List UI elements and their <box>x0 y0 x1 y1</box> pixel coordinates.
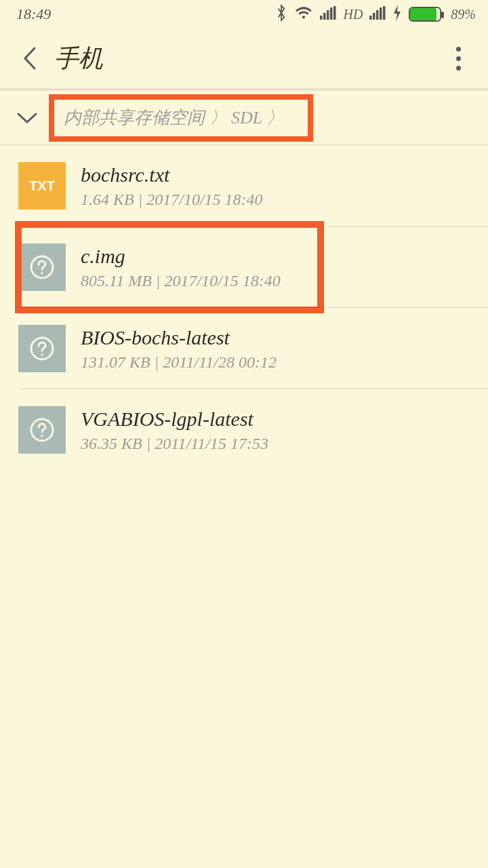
file-name: BIOS-bochs-latest <box>81 326 277 349</box>
file-subtext: 36.35 KB | 2011/11/15 17:53 <box>81 435 268 453</box>
file-list: TXTbochsrc.txt1.64 KB | 2017/10/15 18:40… <box>0 145 488 471</box>
page-title: 手机 <box>54 42 443 75</box>
breadcrumb-row: 内部共享存储空间 〉 SDL 〉 <box>0 91 488 145</box>
status-icons: HD 89% <box>275 4 476 24</box>
unknown-file-icon <box>18 325 66 372</box>
svg-point-13 <box>41 353 43 355</box>
file-name: c.img <box>81 245 281 268</box>
wifi-icon <box>294 5 313 23</box>
chevron-right-icon: 〉 <box>266 108 284 127</box>
file-name: bochsrc.txt <box>81 163 263 186</box>
unknown-file-icon <box>18 243 66 291</box>
svg-point-15 <box>41 435 43 437</box>
svg-rect-7 <box>376 10 379 20</box>
file-subtext: 805.11 MB | 2017/10/15 18:40 <box>81 272 281 290</box>
svg-rect-5 <box>369 16 372 20</box>
status-clock: 18:49 <box>16 5 51 23</box>
network-type-label: HD <box>343 7 363 22</box>
file-subtext: 131.07 KB | 2011/11/28 00:12 <box>81 353 277 372</box>
signal-icon <box>320 6 336 22</box>
svg-rect-2 <box>327 10 329 20</box>
svg-rect-1 <box>323 13 326 20</box>
svg-rect-4 <box>333 6 336 20</box>
file-row[interactable]: BIOS-bochs-latest131.07 KB | 2011/11/28 … <box>18 308 488 389</box>
breadcrumb[interactable]: 内部共享存储空间 〉 SDL 〉 <box>49 94 313 142</box>
breadcrumb-text: 内部共享存储空间 〉 SDL 〉 <box>64 106 284 130</box>
battery-percent: 89% <box>451 7 476 22</box>
svg-rect-9 <box>383 6 386 20</box>
collapse-button[interactable] <box>14 104 41 132</box>
file-row[interactable]: VGABIOS-lgpl-latest36.35 KB | 2011/11/15… <box>18 389 488 471</box>
svg-rect-0 <box>320 16 323 20</box>
unknown-file-icon <box>18 406 66 454</box>
title-bar: 手机 <box>0 28 488 88</box>
txt-file-icon: TXT <box>18 162 66 210</box>
svg-rect-6 <box>373 13 375 20</box>
svg-point-11 <box>41 272 43 274</box>
file-subtext: 1.64 KB | 2017/10/15 18:40 <box>81 191 263 209</box>
svg-rect-3 <box>330 7 333 20</box>
file-row[interactable]: c.img805.11 MB | 2017/10/15 18:40 <box>18 226 488 308</box>
file-row[interactable]: TXTbochsrc.txt1.64 KB | 2017/10/15 18:40 <box>18 145 488 226</box>
back-button[interactable] <box>15 43 45 73</box>
svg-rect-8 <box>380 7 382 20</box>
battery-icon <box>409 7 441 22</box>
overflow-menu-button[interactable] <box>443 43 473 73</box>
signal-icon-2 <box>369 6 386 22</box>
file-name: VGABIOS-lgpl-latest <box>81 408 268 431</box>
bluetooth-icon <box>275 4 287 24</box>
chevron-right-icon: 〉 <box>209 108 227 127</box>
charging-icon <box>392 5 402 24</box>
status-bar: 18:49 HD <box>0 0 488 28</box>
